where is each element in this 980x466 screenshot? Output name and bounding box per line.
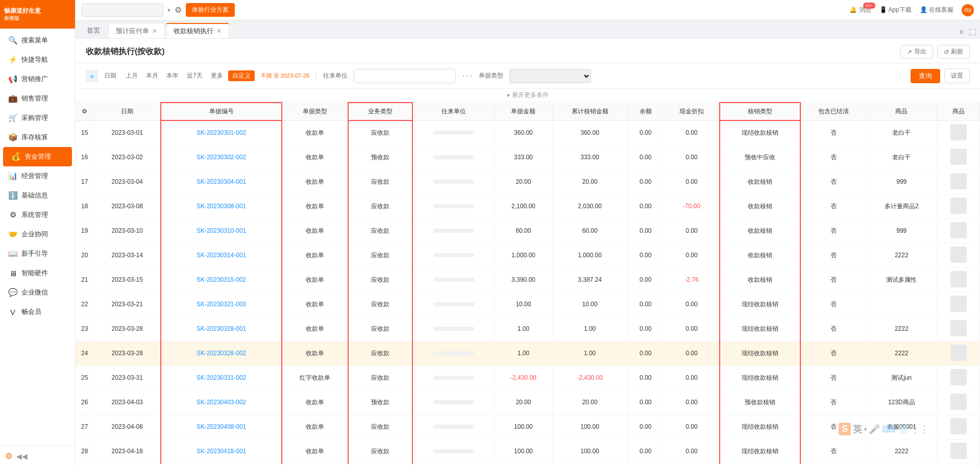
- doc-no-link[interactable]: SK-20230403-002: [197, 399, 246, 406]
- topbar-dropdown-arrow[interactable]: ▾: [167, 7, 170, 14]
- topbar-search-input[interactable]: [82, 4, 163, 17]
- col-product: 商品: [866, 103, 937, 120]
- sidebar-item-资金管理[interactable]: 💰资金管理: [3, 147, 72, 166]
- doc-type-filter-select[interactable]: [509, 69, 591, 83]
- table-row[interactable]: 16 2023-03-02 SK-20230302-002 收款单 预收款 33…: [76, 145, 980, 169]
- sidebar-item-经营管理[interactable]: 📊经营管理: [0, 166, 75, 186]
- export-button[interactable]: ↗ 导出: [900, 45, 933, 59]
- cell-product: 老白干: [866, 145, 937, 169]
- doc-no-link[interactable]: SK-20230310-001: [197, 227, 246, 234]
- tab-expand-icon[interactable]: ⛶: [969, 28, 976, 36]
- col-settings[interactable]: ⚙: [76, 103, 94, 120]
- cell-date: 2023-03-15: [94, 267, 161, 292]
- cell-no: 24: [76, 341, 94, 365]
- date-7days-btn[interactable]: 近7天: [184, 70, 206, 81]
- tab-prepay-close-icon[interactable]: ✕: [152, 28, 157, 35]
- doc-no-link[interactable]: SK-20230315-002: [197, 276, 246, 283]
- doc-no-link[interactable]: SK-20230314-001: [197, 252, 246, 259]
- cell-product2: [937, 414, 980, 439]
- tab-close-all-icon[interactable]: ✕: [959, 28, 965, 36]
- doc-no-link[interactable]: SK-20230418-001: [197, 448, 246, 455]
- doc-no-link[interactable]: SK-20230328-001: [197, 325, 246, 332]
- sidebar-item-智能硬件[interactable]: 🖥智能硬件: [0, 263, 75, 283]
- table-row[interactable]: 19 2023-03-10 SK-20230310-001 收款单 应收款 60…: [76, 218, 980, 243]
- sidebar: 畅康道好生意 标推版 🔍搜索菜单⚡快捷导航📢营销推广💼销售管理🛒采购管理📦库存核…: [0, 0, 76, 466]
- doc-no-link[interactable]: SK-20230331-002: [197, 374, 246, 381]
- sidebar-item-搜索菜单[interactable]: 🔍搜索菜单: [0, 31, 75, 50]
- doc-no-link[interactable]: SK-20230408-001: [197, 423, 246, 430]
- partner-filter-input[interactable]: [354, 69, 456, 83]
- cell-include-settled: 否: [800, 169, 866, 194]
- app-download-link[interactable]: 📱 App下载: [879, 6, 912, 14]
- app-edition: 标推版: [4, 15, 41, 22]
- table-row[interactable]: 22 2023-03-21 SK-20230321-003 收款单 应收款 10…: [76, 292, 980, 316]
- expand-more-button[interactable]: ▾ 展开更多条件: [507, 91, 549, 100]
- table-row[interactable]: 27 2023-04-08 SK-20230408-001 收款单 应收款 10…: [76, 414, 980, 439]
- table-settings-button[interactable]: 设置: [944, 68, 970, 83]
- table-row[interactable]: 26 2023-04-03 SK-20230403-002 收款单 预收款 20…: [76, 390, 980, 414]
- sidebar-item-营销推广[interactable]: 📢营销推广: [0, 69, 75, 89]
- table-row[interactable]: 23 2023-03-28 SK-20230328-001 收款单 应收款 1.…: [76, 316, 980, 341]
- sidebar-item-基础信息[interactable]: ℹ️基础信息: [0, 186, 75, 205]
- doc-no-link[interactable]: SK-20230304-001: [197, 178, 246, 185]
- table-row[interactable]: 25 2023-03-31 SK-20230331-002 红字收款单 应收款 …: [76, 365, 980, 390]
- cell-doc-type: 收款单: [282, 390, 348, 414]
- cell-verify-type: 现结收款核销: [720, 316, 800, 341]
- tab-verify-close-icon[interactable]: ✕: [216, 28, 222, 35]
- export-icon: ↗: [907, 48, 912, 56]
- filter-more-dots[interactable]: ···: [462, 70, 473, 81]
- message-badge[interactable]: 🔔 消息 99+: [849, 6, 871, 14]
- cell-include-settled: 否: [800, 439, 866, 463]
- tab-verify[interactable]: 收款核销执行 ✕: [166, 23, 229, 38]
- data-table-container[interactable]: ⚙ 日期 单据编号 单据类型 业务类型 往来单位 单据金额 累计核销金额 余额 …: [76, 102, 980, 466]
- sidebar-item-销售管理[interactable]: 💼销售管理: [0, 89, 75, 108]
- doc-no-link[interactable]: SK-20230321-003: [197, 301, 246, 308]
- sidebar-item-企业微信[interactable]: 💬企业微信: [0, 283, 75, 302]
- industry-solution-button[interactable]: 体验行业方案: [186, 3, 235, 17]
- table-row[interactable]: 17 2023-03-04 SK-20230304-001 收款单 应收款 20…: [76, 169, 980, 194]
- cell-product2: [937, 145, 980, 169]
- cell-discount: 0.00: [664, 145, 720, 169]
- settings-icon[interactable]: ⚙: [5, 451, 12, 461]
- topbar-gear-icon[interactable]: ⚙: [175, 5, 182, 15]
- table-row[interactable]: 20 2023-03-14 SK-20230314-001 收款单 应收款 1,…: [76, 243, 980, 267]
- user-avatar[interactable]: Rit: [962, 4, 974, 16]
- sidebar-item-采购管理[interactable]: 🛒采购管理: [0, 108, 75, 128]
- sidebar-item-畅会员[interactable]: V畅会员: [0, 302, 75, 322]
- query-button[interactable]: 查询: [911, 69, 940, 83]
- doc-type-filter-label: 单据类型: [479, 71, 503, 80]
- table-row[interactable]: 18 2023-03-08 SK-20230308-001 收款单 应收款 2,…: [76, 194, 980, 218]
- date-last-month-btn[interactable]: 上月: [122, 70, 141, 81]
- cell-product2: [937, 292, 980, 316]
- tab-prepay[interactable]: 预计应付单 ✕: [108, 23, 165, 38]
- cell-balance: 0.00: [627, 145, 664, 169]
- page-title-row: 收款核销执行(按收款) ↗ 导出 ↺ 刷新: [86, 45, 970, 63]
- doc-no-link[interactable]: SK-20230301-002: [197, 129, 246, 136]
- doc-no-link[interactable]: SK-20230302-002: [197, 154, 246, 161]
- sidebar-item-系统管理[interactable]: ⚙系统管理: [0, 205, 75, 225]
- date-more-btn[interactable]: 更多: [208, 70, 226, 81]
- sidebar-item-库存核算[interactable]: 📦库存核算: [0, 128, 75, 147]
- date-custom-btn[interactable]: 自定义: [228, 70, 255, 81]
- table-row[interactable]: 28 2023-04-18 SK-20230418-001 收款单 应收款 10…: [76, 439, 980, 463]
- online-service-link[interactable]: 👤 在线客服: [920, 6, 953, 14]
- tab-home[interactable]: 首页: [80, 23, 107, 38]
- table-row[interactable]: 15 2023-03-01 SK-20230301-002 收款单 应收款 36…: [76, 120, 980, 145]
- cell-biz-type: 应收款: [348, 292, 412, 316]
- cell-partner: [412, 390, 494, 414]
- doc-no-link[interactable]: SK-20230308-001: [197, 203, 246, 210]
- sidebar-item-快捷导航[interactable]: ⚡快捷导航: [0, 50, 75, 69]
- date-this-year-btn[interactable]: 本年: [163, 70, 182, 81]
- collapse-icon[interactable]: ◀◀: [16, 452, 28, 460]
- refresh-button[interactable]: ↺ 刷新: [937, 45, 970, 59]
- sidebar-item-新手引导[interactable]: 📖新手引导: [0, 244, 75, 263]
- cell-no: 28: [76, 439, 94, 463]
- doc-no-link[interactable]: SK-20230328-002: [197, 350, 246, 357]
- table-row[interactable]: 21 2023-03-15 SK-20230315-002 收款单 应收款 3,…: [76, 267, 980, 292]
- date-this-month-btn[interactable]: 本月: [143, 70, 161, 81]
- cell-doc-no: SK-20230308-001: [161, 194, 282, 218]
- filter-toggle-button[interactable]: »: [86, 70, 98, 82]
- sidebar-item-企业协同[interactable]: 🤝企业协同: [0, 225, 75, 244]
- table-row[interactable]: 24 2023-03-28 SK-20230328-002 收款单 应收款 1.…: [76, 341, 980, 365]
- cell-biz-type: 应收款: [348, 267, 412, 292]
